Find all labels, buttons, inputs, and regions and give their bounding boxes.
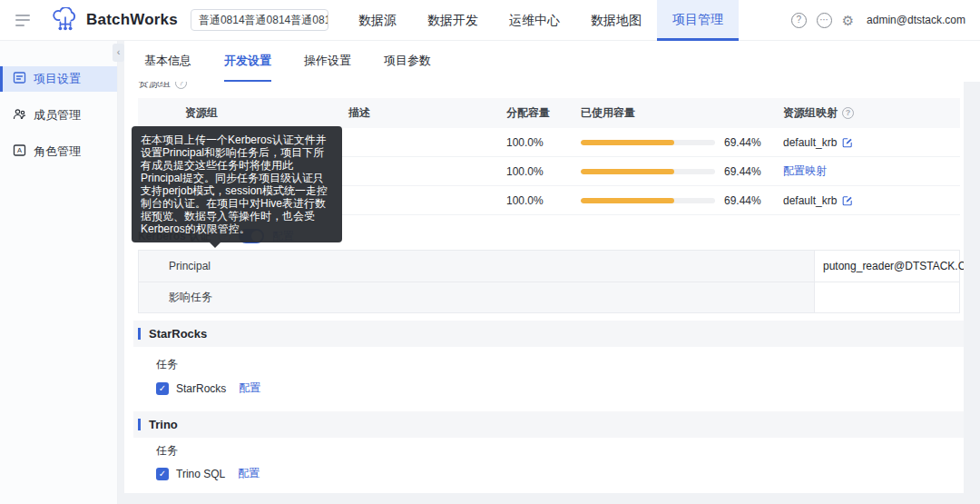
resource-group-section-label: 资源组 ?: [138, 82, 187, 91]
sidebar-collapse-icon[interactable]: ‹: [113, 44, 124, 62]
help-icon[interactable]: ?: [175, 82, 187, 89]
sidebar-item-member-manage[interactable]: 成员管理: [0, 103, 117, 128]
principal-label: Principal: [139, 251, 814, 282]
sidebar-item-label: 角色管理: [34, 143, 81, 160]
kerberos-tooltip: 在本项目上传一个Kerberos认证文件并设置Principal和影响任务后，项…: [132, 126, 342, 242]
cloud-logo-icon: [52, 7, 79, 33]
main-content: 基本信息 开发设置 操作设置 项目参数 资源组 ? 资源组 描述 分配容量 已使…: [118, 41, 980, 504]
brand-name: BatchWorks: [86, 11, 178, 29]
col-header-used: 已使用容量: [573, 105, 771, 121]
top-nav: 数据源 数据开发 运维中心 数据地图 项目管理: [343, 0, 739, 41]
trino-section-header: Trino: [133, 411, 964, 438]
starrocks-checkbox[interactable]: ✓: [156, 382, 169, 395]
sidebar-item-label: 成员管理: [34, 107, 81, 124]
tab-develop-settings[interactable]: 开发设置: [224, 41, 271, 82]
tab-basic-info[interactable]: 基本信息: [144, 41, 191, 82]
mapping-value: default_krb: [783, 136, 837, 149]
trino-task-label: 任务: [156, 443, 178, 459]
sidebar-item-role-manage[interactable]: A 角色管理: [0, 139, 117, 164]
menu-hamburger-icon[interactable]: [15, 15, 32, 26]
usage-percent: 69.44%: [724, 194, 761, 207]
edit-mapping-icon[interactable]: [842, 137, 853, 148]
svg-text:A: A: [17, 146, 22, 154]
trino-sql-checkbox[interactable]: ✓: [156, 468, 169, 480]
trino-task-row: ✓ Trino SQL 配置: [156, 466, 260, 481]
nav-item-data-develop[interactable]: 数据开发: [412, 0, 494, 41]
sidebar-item-label: 项目设置: [34, 71, 81, 87]
starrocks-task-label: 任务: [156, 357, 178, 372]
col-header-allocated: 分配容量: [490, 105, 573, 121]
allocated-value: 100.0%: [490, 165, 573, 178]
nav-item-project-manage[interactable]: 项目管理: [657, 0, 739, 41]
help-icon[interactable]: ?: [791, 13, 807, 28]
nav-item-ops-center[interactable]: 运维中心: [494, 0, 575, 41]
usage-percent: 69.44%: [724, 136, 761, 149]
allocated-value: 100.0%: [490, 136, 573, 149]
user-email[interactable]: admin@dtstack.com: [867, 14, 965, 26]
role-icon: A: [13, 143, 26, 160]
trino-config-link[interactable]: 配置: [238, 466, 260, 481]
col-header-resource-group: 资源组: [138, 105, 328, 121]
starrocks-section-header: StarRocks: [133, 321, 964, 347]
kerberos-principal-row: Principal putong_reader@DTSTACK.COM: [139, 251, 959, 282]
trino-section-title: Trino: [149, 418, 178, 431]
topbar-right: ? ⋯ ⚙ admin@dtstack.com: [791, 13, 965, 28]
trino-sql-checkbox-label: Trino SQL: [176, 468, 225, 480]
affected-tasks-label: 影响任务: [139, 282, 814, 312]
usage-progress-bar: [581, 140, 715, 145]
configure-mapping-link[interactable]: 配置映射: [783, 163, 827, 179]
section-accent-bar: [138, 328, 141, 340]
members-icon: [13, 107, 26, 124]
sidebar-item-project-settings[interactable]: 项目设置: [0, 66, 117, 92]
settings-tabs: 基本信息 开发设置 操作设置 项目参数: [124, 41, 980, 82]
table-header-row: 资源组 描述 分配容量 已使用容量 资源组映射 ?: [138, 98, 960, 128]
usage-progress-bar: [581, 169, 715, 174]
sidebar: 项目设置 成员管理 A 角色管理 ‹: [0, 41, 118, 504]
principal-value: putong_reader@DTSTACK.COM: [814, 251, 959, 282]
starrocks-section-title: StarRocks: [149, 327, 207, 341]
kerberos-detail-panel: Principal putong_reader@DTSTACK.COM 影响任务: [138, 250, 960, 313]
project-selector[interactable]: 普通0814普通0814普通0814普通: [191, 9, 328, 31]
section-accent-bar: [138, 419, 141, 430]
col-header-description: 描述: [328, 105, 490, 121]
mapping-value: default_krb: [783, 194, 837, 207]
kerberos-affected-tasks-row: 影响任务: [139, 282, 959, 312]
starrocks-checkbox-label: StarRocks: [176, 382, 226, 395]
nav-item-datasource[interactable]: 数据源: [343, 0, 412, 41]
tab-project-params[interactable]: 项目参数: [384, 41, 431, 82]
brand-logo: BatchWorks: [52, 7, 178, 33]
starrocks-task-row: ✓ StarRocks 配置: [156, 380, 260, 396]
affected-tasks-value: [814, 282, 959, 312]
usage-percent: 69.44%: [724, 165, 761, 178]
allocated-value: 100.0%: [490, 194, 573, 207]
top-bar: BatchWorks 普通0814普通0814普通0814普通 数据源 数据开发…: [0, 0, 980, 41]
starrocks-config-link[interactable]: 配置: [239, 380, 260, 396]
edit-mapping-icon[interactable]: [842, 195, 853, 206]
usage-progress-bar: [581, 198, 715, 203]
nav-item-data-map[interactable]: 数据地图: [575, 0, 657, 41]
settings-gear-icon[interactable]: ⚙: [842, 13, 854, 28]
tab-operation-settings[interactable]: 操作设置: [304, 41, 351, 82]
col-header-mapping: 资源组映射 ?: [771, 105, 960, 121]
app-window: BatchWorks 普通0814普通0814普通0814普通 数据源 数据开发…: [0, 0, 980, 504]
project-settings-icon: [13, 71, 26, 87]
help-icon[interactable]: ?: [842, 107, 854, 119]
message-icon[interactable]: ⋯: [817, 13, 832, 28]
